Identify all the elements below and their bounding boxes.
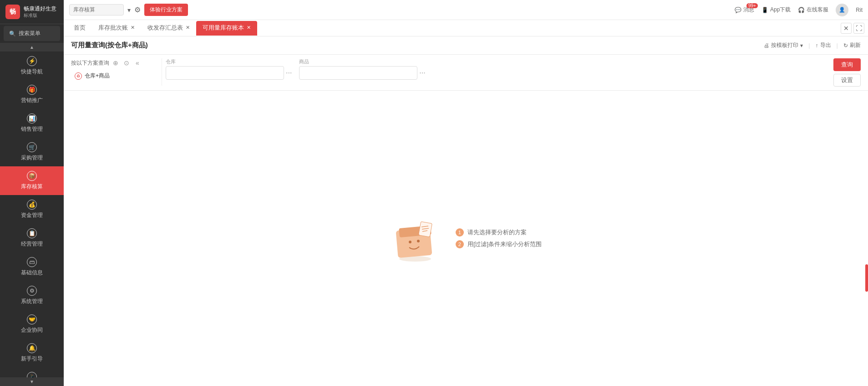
tab-close-batch[interactable]: ✕ xyxy=(131,25,135,30)
empty-tips: 1 请先选择要分析的方案 2 用[过滤]条件来缩小分析范围 xyxy=(456,228,542,248)
sidebar-header: 畅 畅康通好生意 标准版 xyxy=(0,0,64,24)
sidebar-item-basic[interactable]: 🗃 基础信息 xyxy=(0,252,64,281)
system-icon: ⚙ xyxy=(27,286,37,296)
sidebar-item-inventory[interactable]: 📦 库存核算 xyxy=(0,166,64,195)
sidebar-item-apps[interactable]: 📱 应用中心 xyxy=(0,367,64,377)
empty-illustration xyxy=(390,211,445,266)
goods-label: 商品 xyxy=(299,58,425,65)
topbar-right: 💬 消息 99+ 📱 App下载 🎧 在线客服 👤 Rit xyxy=(735,4,863,16)
tab-collect-summary[interactable]: 收发存汇总表 ✕ xyxy=(141,21,196,36)
tip-num-1: 1 xyxy=(456,228,464,237)
svg-rect-5 xyxy=(418,221,432,237)
export-icon: ↑ xyxy=(816,42,818,49)
topbar-left: 库存核算 ▾ ⚙ 体验行业方案 xyxy=(69,4,731,16)
service-icon: 🎧 xyxy=(798,7,805,13)
warehouse-input[interactable] xyxy=(166,66,284,80)
enterprise-icon: 🤝 xyxy=(27,314,37,324)
topbar-app-download[interactable]: 📱 App下载 xyxy=(761,6,791,14)
empty-tip-2: 2 用[过滤]条件来缩小分析范围 xyxy=(456,240,542,248)
svg-point-4 xyxy=(417,240,420,242)
print-icon: 🖨 xyxy=(764,42,769,49)
goods-more-btn[interactable]: ··· xyxy=(419,69,425,77)
scheme-icon: ♻ xyxy=(75,72,82,80)
apps-icon: 📱 xyxy=(27,372,37,377)
username: Rit xyxy=(856,7,863,13)
industry-btn[interactable]: 体验行业方案 xyxy=(144,4,188,16)
scrollbar-indicator xyxy=(865,264,868,292)
basic-icon: 🗃 xyxy=(27,257,37,267)
finance-icon: 💰 xyxy=(27,200,37,210)
topbar-service[interactable]: 🎧 在线客服 xyxy=(798,6,828,14)
tab-available-ledger[interactable]: 可用量库存账本 ✕ xyxy=(196,21,257,36)
avatar-icon: 👤 xyxy=(839,7,845,13)
sidebar-item-operation[interactable]: 📋 经营管理 xyxy=(0,224,64,252)
topbar: 库存核算 ▾ ⚙ 体验行业方案 💬 消息 99+ 📱 App下载 🎧 在线客服 … xyxy=(64,0,868,20)
sidebar-item-guide[interactable]: 🔔 新手引导 xyxy=(0,339,64,367)
empty-tip-1: 1 请先选择要分析的方案 xyxy=(456,228,542,237)
warehouse-input-wrap: ··· xyxy=(166,66,292,80)
empty-area: 1 请先选择要分析的方案 2 用[过滤]条件来缩小分析范围 xyxy=(64,91,868,386)
app-icon: 📱 xyxy=(761,7,768,13)
inventory-icon: 📦 xyxy=(27,171,37,181)
sidebar-item-purchase[interactable]: 🛒 采购管理 xyxy=(0,138,64,166)
scroll-down-btn[interactable]: ▼ xyxy=(0,377,64,386)
page-title: 可用量查询(按仓库+商品) xyxy=(71,41,148,50)
sidebar-item-quick-nav[interactable]: ⚡ 快捷导航 xyxy=(0,51,64,80)
tab-expand-btn[interactable]: ⛶ xyxy=(853,23,864,34)
filter-warehouse-field: 仓库 ··· xyxy=(166,58,292,80)
query-btn[interactable]: 查询 xyxy=(833,58,861,71)
scheme-collapse-btn[interactable]: « xyxy=(133,58,142,67)
sidebar-item-system[interactable]: ⚙ 系统管理 xyxy=(0,281,64,310)
search-icon: 🔍 xyxy=(9,31,16,37)
sidebar-search[interactable]: 🔍 搜索菜单 xyxy=(4,26,60,41)
tab-close-collect[interactable]: ✕ xyxy=(186,25,190,30)
marketing-icon: 🎁 xyxy=(27,85,37,95)
topbar-msg[interactable]: 💬 消息 99+ xyxy=(735,6,754,14)
refresh-btn[interactable]: ↻ 刷新 xyxy=(843,41,861,49)
settings-btn[interactable]: 设置 xyxy=(833,74,861,87)
svg-point-3 xyxy=(409,241,411,243)
topbar-gear-btn[interactable]: ⚙ xyxy=(134,5,141,14)
sidebar-item-marketing[interactable]: 🎁 营销推广 xyxy=(0,80,64,109)
print-btn[interactable]: 🖨 按模板打印 ▾ xyxy=(764,41,803,49)
scheme-setting-btn[interactable]: ⊙ xyxy=(122,58,131,67)
guide-icon: 🔔 xyxy=(27,343,37,353)
breadcrumb: 库存核算 xyxy=(69,4,124,15)
tab-close-all-btn[interactable]: ✕ xyxy=(841,23,852,34)
filter-fields: 仓库 ··· 商品 ··· xyxy=(166,58,830,80)
msg-badge: 99+ xyxy=(746,3,758,8)
refresh-icon: ↻ xyxy=(843,42,848,49)
separator-1: | xyxy=(808,42,810,49)
sidebar-item-sales[interactable]: 📊 销售管理 xyxy=(0,109,64,138)
page-content: 可用量查询(按仓库+商品) 🖨 按模板打印 ▾ | ↑ 导出 | ↻ 刷新 xyxy=(64,36,868,386)
quick-nav-icon: ⚡ xyxy=(27,56,37,66)
page-header: 可用量查询(按仓库+商品) 🖨 按模板打印 ▾ | ↑ 导出 | ↻ 刷新 xyxy=(64,36,868,55)
empty-svg xyxy=(390,211,445,266)
scroll-up-btn[interactable]: ▲ xyxy=(0,43,64,51)
purchase-icon: 🛒 xyxy=(27,142,37,152)
tab-home[interactable]: 首页 xyxy=(67,21,92,36)
filter-goods-field: 商品 ··· xyxy=(299,58,425,80)
sidebar-item-finance[interactable]: 💰 资金管理 xyxy=(0,195,64,224)
action-btns: 查询 设置 xyxy=(833,58,861,87)
sales-icon: 📊 xyxy=(27,113,37,124)
page-header-actions: 🖨 按模板打印 ▾ | ↑ 导出 | ↻ 刷新 xyxy=(764,41,861,49)
export-btn[interactable]: ↑ 导出 xyxy=(816,41,831,49)
sidebar-item-enterprise[interactable]: 🤝 企业协同 xyxy=(0,310,64,339)
filter-area: 按以下方案查询 ⊕ ⊙ « ♻ 仓库+商品 仓库 ··· xyxy=(64,55,868,91)
warehouse-label: 仓库 xyxy=(166,58,292,65)
tab-batch-ledger[interactable]: 库存批次账 ✕ xyxy=(92,21,141,36)
goods-input-wrap: ··· xyxy=(299,66,425,80)
filter-scheme-panel: 按以下方案查询 ⊕ ⊙ « ♻ 仓库+商品 xyxy=(71,58,162,86)
warehouse-more-btn[interactable]: ··· xyxy=(286,69,292,77)
separator-2: | xyxy=(837,42,838,49)
msg-icon: 💬 xyxy=(735,7,741,13)
goods-input[interactable] xyxy=(299,66,417,80)
main-content: 库存核算 ▾ ⚙ 体验行业方案 💬 消息 99+ 📱 App下载 🎧 在线客服 … xyxy=(64,0,868,386)
breadcrumb-dropdown-btn[interactable]: ▾ xyxy=(127,6,131,14)
scheme-add-btn[interactable]: ⊕ xyxy=(111,58,120,67)
scheme-item-warehouse-goods[interactable]: ♻ 仓库+商品 xyxy=(71,70,156,82)
tab-close-available[interactable]: ✕ xyxy=(247,25,251,30)
avatar: 👤 xyxy=(836,4,848,16)
sidebar-menu: ⚡ 快捷导航 🎁 营销推广 📊 销售管理 🛒 采购管理 📦 库存核算 💰 资金管… xyxy=(0,51,64,377)
